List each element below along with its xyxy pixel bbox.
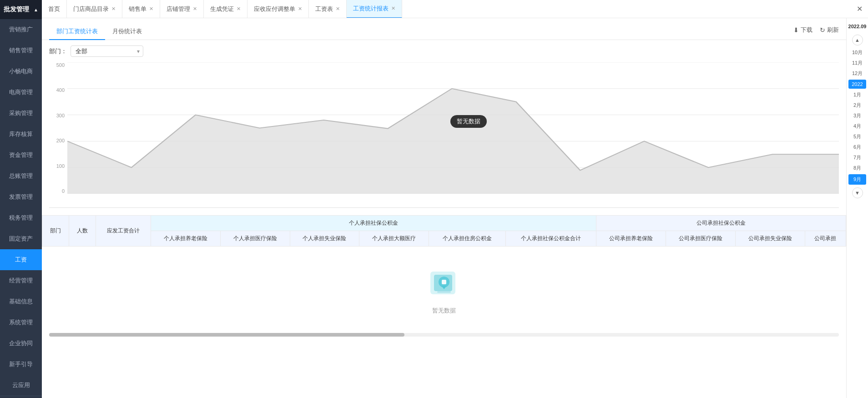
dept-select-wrapper: 全部 — [71, 45, 143, 57]
subtab-monthly-stats[interactable]: 月份统计表 — [105, 24, 149, 40]
timeline-month-9[interactable]: 9月 — [848, 174, 866, 185]
subtab-dept-salary[interactable]: 部门工资统计表 — [49, 24, 105, 40]
tab-payroll[interactable]: 工资表 ✕ — [309, 0, 347, 18]
sidebar-header[interactable]: 批发管理 ▲ — [0, 0, 42, 19]
chart-area: 500 400 300 200 100 0 — [42, 62, 846, 215]
th-personal-medical: 个人承担医疗保险 — [220, 231, 290, 247]
th-company-social: 公司承担社保公积金 — [596, 216, 846, 231]
sidebar-item-ecom[interactable]: 电商管理 — [0, 82, 42, 103]
timeline-down-button[interactable]: ▼ — [852, 187, 863, 198]
tab-store-mgmt[interactable]: 店铺管理 ✕ — [160, 0, 204, 18]
timeline-panel: 2022.09 ▲ 10月 11月 12月 2022 1月 2月 3月 4月 5… — [846, 18, 868, 398]
tab-close-store-mgmt[interactable]: ✕ — [193, 6, 197, 11]
th-personal-unemployment: 个人承担失业保险 — [290, 231, 359, 247]
sidebar-arrow-icon: ▲ — [34, 7, 38, 12]
sidebar-item-salary[interactable]: 工资 — [0, 249, 42, 270]
sidebar-item-finance[interactable]: 资金管理 — [0, 145, 42, 166]
tab-close-salary-report[interactable]: ✕ — [391, 6, 395, 11]
tab-home[interactable]: 首页 — [42, 0, 67, 18]
tab-bar: 首页 门店商品目录 ✕ 销售单 ✕ 店铺管理 ✕ 生成凭证 ✕ 应收应付调整单 … — [42, 0, 868, 18]
timeline-month-10[interactable]: 10月 — [847, 47, 868, 58]
timeline-month-2[interactable]: 2月 — [847, 100, 868, 111]
tab-close-sales-order[interactable]: ✕ — [149, 6, 153, 11]
tab-close-generate-voucher[interactable]: ✕ — [237, 6, 241, 11]
timeline-month-1[interactable]: 1月 — [847, 90, 868, 100]
sidebar-item-sales[interactable]: 销售管理 — [0, 40, 42, 61]
data-table: 部门 人数 应发工资合计 个人承担社保公积金 公司承担社保公积金 个人承担养老保… — [42, 215, 846, 247]
download-icon: ⬇ — [793, 26, 799, 34]
empty-state-icon — [426, 265, 462, 301]
svg-rect-10 — [442, 280, 446, 284]
tab-store-catalog[interactable]: 门店商品目录 ✕ — [67, 0, 122, 18]
horizontal-scrollbar[interactable] — [49, 333, 839, 337]
tab-generate-voucher[interactable]: 生成凭证 ✕ — [204, 0, 247, 18]
th-company-unemployment: 公司承担失业保险 — [736, 231, 805, 247]
dept-select[interactable]: 全部 — [71, 45, 143, 57]
timeline-month-12[interactable]: 12月 — [847, 68, 868, 79]
refresh-button[interactable]: ↻ 刷新 — [820, 26, 839, 34]
timeline-month-11[interactable]: 11月 — [847, 58, 868, 68]
sidebar: 批发管理 ▲ 营销推广 销售管理 小畅电商 电商管理 采购管理 库存核算 资金管… — [0, 0, 42, 398]
tab-salary-report[interactable]: 工资统计报表 ✕ — [347, 0, 402, 18]
th-company-pension: 公司承担养老保险 — [596, 231, 666, 247]
empty-state: 暂无数据 — [42, 247, 846, 333]
sidebar-item-system[interactable]: 系统管理 — [0, 312, 42, 333]
empty-state-text: 暂无数据 — [432, 307, 456, 315]
th-count: 人数 — [69, 216, 96, 247]
chart-svg-wrapper: 暂无数据 — [67, 62, 839, 194]
th-company-medical: 公司承担医疗保险 — [666, 231, 736, 247]
th-personal-total: 个人承担社保公积金合计 — [505, 231, 596, 247]
timeline-month-8[interactable]: 8月 — [847, 163, 868, 173]
sidebar-item-inventory[interactable]: 库存核算 — [0, 124, 42, 145]
y-label-500: 500 — [49, 62, 67, 68]
y-label-0: 0 — [49, 188, 67, 194]
refresh-icon: ↻ — [820, 26, 825, 34]
chart-container: 500 400 300 200 100 0 — [49, 62, 839, 208]
sidebar-item-tax[interactable]: 税务管理 — [0, 207, 42, 228]
timeline-month-4[interactable]: 4月 — [847, 121, 868, 131]
toolbar-left: 部门： 全部 — [49, 45, 143, 57]
tab-close-payroll[interactable]: ✕ — [336, 6, 340, 11]
tab-close-store-catalog[interactable]: ✕ — [111, 6, 116, 11]
y-label-400: 400 — [49, 87, 67, 93]
settings-button[interactable]: ⚙ — [0, 396, 42, 398]
main-area: 首页 门店商品目录 ✕ 销售单 ✕ 店铺管理 ✕ 生成凭证 ✕ 应收应付调整单 … — [42, 0, 868, 398]
tab-ar-ap-adjust[interactable]: 应收应付调整单 ✕ — [247, 0, 309, 18]
chart-svg — [67, 62, 839, 194]
download-button[interactable]: ⬇ 下载 — [793, 26, 812, 34]
tab-close-ar-ap-adjust[interactable]: ✕ — [298, 6, 302, 11]
sidebar-item-guide[interactable]: 新手引导 — [0, 354, 42, 375]
th-company-other: 公司承担 — [805, 231, 846, 247]
y-label-200: 200 — [49, 138, 67, 143]
sidebar-item-marketing[interactable]: 营销推广 — [0, 19, 42, 40]
toolbar: 部门： 全部 — [42, 40, 846, 62]
tab-bar-close-all[interactable]: ✕ — [851, 5, 868, 13]
sub-tab-bar: 部门工资统计表 月份统计表 ⬇ 下载 ↻ 刷新 — [42, 18, 846, 40]
timeline-current-label: 2022.09 — [848, 22, 868, 31]
sidebar-item-ecom-small[interactable]: 小畅电商 — [0, 61, 42, 82]
timeline-up-button[interactable]: ▲ — [852, 35, 863, 45]
th-personal-housing: 个人承担住房公积金 — [429, 231, 505, 247]
content-area: 部门工资统计表 月份统计表 ⬇ 下载 ↻ 刷新 — [42, 18, 868, 398]
timeline-month-5[interactable]: 5月 — [847, 131, 868, 142]
sidebar-item-operations[interactable]: 经营管理 — [0, 270, 42, 291]
svg-rect-12 — [437, 291, 451, 293]
sidebar-item-purchase[interactable]: 采购管理 — [0, 103, 42, 124]
timeline-year-2022[interactable]: 2022 — [848, 80, 866, 89]
y-label-300: 300 — [49, 113, 67, 118]
tab-sales-order[interactable]: 销售单 ✕ — [122, 0, 160, 18]
sidebar-item-assets[interactable]: 固定资产 — [0, 228, 42, 249]
sidebar-item-enterprise[interactable]: 企业协同 — [0, 333, 42, 354]
scrollbar-thumb[interactable] — [49, 333, 404, 337]
timeline-month-7[interactable]: 7月 — [847, 152, 868, 163]
timeline-month-6[interactable]: 6月 — [847, 142, 868, 152]
page-salary-report: 部门工资统计表 月份统计表 ⬇ 下载 ↻ 刷新 — [42, 18, 846, 398]
y-label-100: 100 — [49, 163, 67, 169]
sidebar-item-basic-info[interactable]: 基础信息 — [0, 291, 42, 312]
sidebar-item-cloud[interactable]: 云应用 — [0, 375, 42, 396]
sidebar-item-ledger[interactable]: 总账管理 — [0, 166, 42, 186]
timeline-month-3[interactable]: 3月 — [847, 111, 868, 121]
no-data-tooltip: 暂无数据 — [450, 115, 487, 128]
close-all-icon[interactable]: ✕ — [857, 5, 863, 13]
sidebar-item-invoice[interactable]: 发票管理 — [0, 186, 42, 207]
